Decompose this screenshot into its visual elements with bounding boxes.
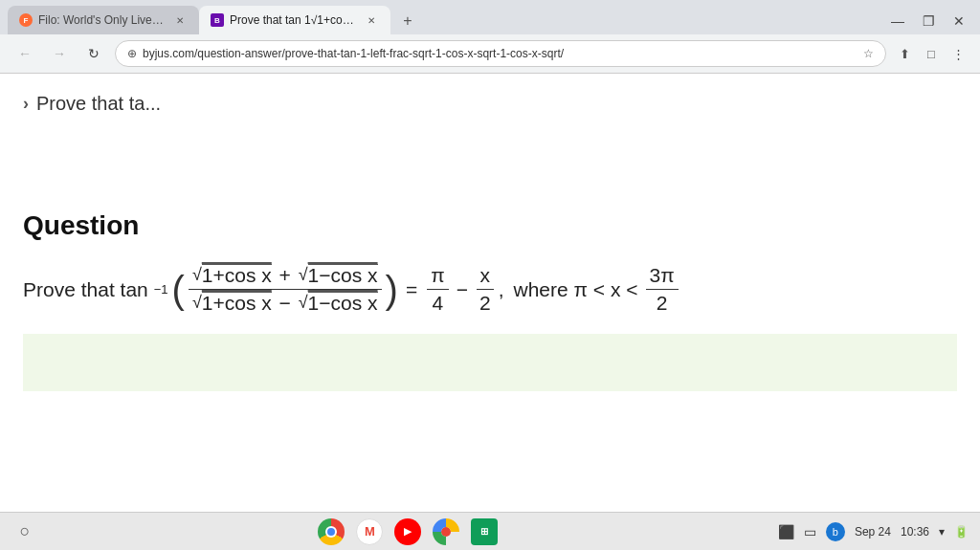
pi-over-4: π 4	[427, 264, 449, 315]
x-denominator: 2	[476, 290, 495, 315]
3pi-denominator: 2	[653, 290, 672, 315]
sqrt-1-plus-cos-bottom: √1+cos x	[192, 292, 278, 314]
x-over-2: x 2	[476, 264, 495, 315]
bookmark-icon[interactable]: ☆	[863, 47, 874, 60]
taskbar: ○ M ▶ ⊞ ⬛ ▭ b Sep 24 10	[0, 512, 980, 550]
sqrt-1-plus-cos: √1+cos x	[192, 264, 278, 286]
breadcrumb-text: Prove that ta...	[36, 93, 161, 115]
open-paren: (	[172, 271, 185, 309]
pi-denominator: 4	[429, 290, 448, 315]
comma: ,	[499, 278, 504, 301]
date-display: Sep 24	[855, 525, 891, 539]
inverse-exponent: −1	[154, 282, 168, 297]
taskbar-left: ○	[11, 518, 38, 545]
breadcrumb-arrow[interactable]: ›	[23, 94, 29, 114]
taskbar-right: ⬛ ▭ b Sep 24 10:36 ▾ 🔋	[778, 522, 969, 541]
close-paren: )	[386, 271, 398, 309]
photos-taskbar-icon[interactable]	[433, 518, 459, 545]
pi-numerator: π	[427, 264, 449, 290]
sqrt-1-minus-cos-bottom: √1−cos x	[299, 292, 378, 314]
sheets-taskbar-icon[interactable]: ⊞	[471, 518, 498, 545]
address-bar[interactable]: ⊕ byjus.com/question-answer/prove-that-t…	[115, 40, 886, 67]
close-button[interactable]: ✕	[946, 8, 972, 34]
nav-bar: ← → ↻ ⊕ byjus.com/question-answer/prove-…	[0, 34, 980, 73]
youtube-taskbar-icon[interactable]: ▶	[394, 518, 421, 545]
tab-filo-close[interactable]: ✕	[172, 12, 188, 28]
prove-text: Prove that tan	[23, 278, 148, 301]
extensions-icon[interactable]: □	[921, 43, 942, 64]
breadcrumb: › Prove that ta...	[23, 93, 957, 115]
question-section: Question Prove that tan −1 ( √1+cos x + …	[23, 210, 957, 315]
maximize-button[interactable]: ❐	[915, 8, 942, 34]
fraction-denominator: √1+cos x − √1−cos x	[189, 290, 382, 315]
where-text: where π < x <	[513, 278, 637, 301]
new-tab-button[interactable]: +	[394, 8, 421, 34]
3pi-over-2: 3π 2	[646, 264, 679, 315]
forward-button[interactable]: →	[46, 40, 73, 67]
battery-icon: 🔋	[954, 525, 969, 539]
taskbar-center: M ▶ ⊞	[318, 518, 498, 545]
math-expression: Prove that tan −1 ( √1+cos x + √1−cos x	[23, 264, 957, 315]
user-icon[interactable]: b	[826, 522, 845, 541]
answer-area	[23, 334, 957, 391]
math-fraction: √1+cos x + √1−cos x √1+cos x − √1−cos x	[189, 264, 382, 315]
screen-icon[interactable]: ⬛	[778, 524, 794, 539]
page-content: › Prove that ta... Question Prove that t…	[0, 74, 980, 547]
question-label: Question	[23, 210, 957, 241]
nav-icons: ⬆ □ ⋮	[894, 43, 969, 64]
3pi-numerator: 3π	[646, 264, 679, 290]
byjus-favicon: B	[211, 13, 224, 27]
back-button[interactable]: ←	[11, 40, 38, 67]
tab-byjus-close[interactable]: ✕	[364, 12, 379, 28]
browser-chrome: F Filo: World's Only Live Instant T ✕ B …	[0, 0, 980, 74]
tab-byjus-label: Prove that tan 1√1+cos x+√1 c	[230, 13, 358, 27]
filo-favicon: F	[19, 13, 33, 27]
menu-icon[interactable]: ⋮	[947, 43, 969, 64]
address-text: byjus.com/question-answer/prove-that-tan…	[143, 47, 858, 60]
tab-byjus[interactable]: B Prove that tan 1√1+cos x+√1 c ✕	[199, 6, 390, 34]
svg-text:B: B	[214, 16, 220, 25]
svg-text:F: F	[24, 16, 29, 25]
x-numerator: x	[477, 264, 495, 290]
minus-sign: −	[457, 278, 468, 301]
site-info-icon: ⊕	[127, 47, 137, 60]
sqrt-1-minus-cos-top: √1−cos x	[299, 264, 378, 286]
tab-filo[interactable]: F Filo: World's Only Live Instant T ✕	[8, 6, 199, 34]
tablet-icon[interactable]: ▭	[804, 524, 816, 539]
equals-sign: =	[406, 278, 417, 301]
share-icon[interactable]: ⬆	[894, 43, 915, 64]
reload-button[interactable]: ↻	[80, 40, 107, 67]
wifi-icon[interactable]: ▾	[939, 525, 945, 539]
time-display: 10:36	[901, 525, 929, 539]
svg-point-4	[441, 527, 451, 537]
tab-filo-label: Filo: World's Only Live Instant T	[38, 13, 167, 27]
search-button[interactable]: ○	[11, 518, 38, 545]
chrome-taskbar-icon[interactable]	[318, 518, 345, 545]
tab-bar: F Filo: World's Only Live Instant T ✕ B …	[0, 0, 980, 34]
fraction-numerator: √1+cos x + √1−cos x	[189, 264, 382, 290]
minimize-button[interactable]: —	[884, 8, 911, 34]
gmail-taskbar-icon[interactable]: M	[356, 518, 383, 545]
